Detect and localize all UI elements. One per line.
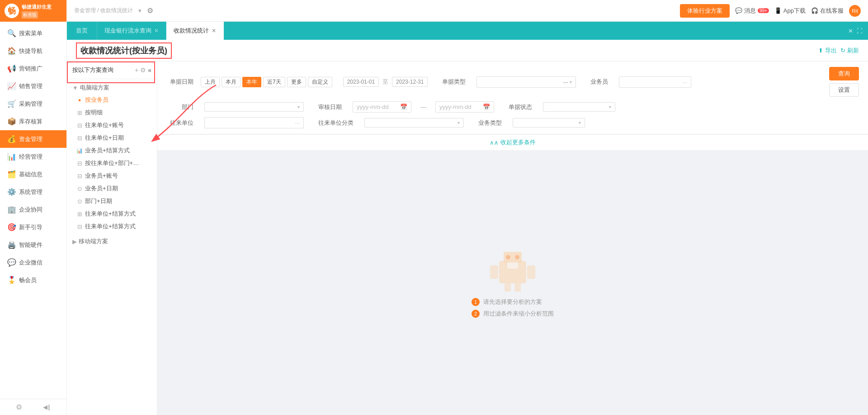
tree-node-dept-date[interactable]: ⊙ 部门+日期 — [71, 195, 157, 208]
sidebar-item-basic[interactable]: 🗂️ 基础信息 — [0, 165, 66, 183]
logo-text: 畅捷通好生意 标准版 — [22, 4, 52, 19]
topbar-app-download[interactable]: 📱 App下载 — [774, 7, 806, 15]
salesman-select-more: ··· — [683, 79, 688, 85]
tree-node-salesman-settle[interactable]: 📊 业务员+结算方式 — [71, 144, 157, 157]
tree-node-by-detail[interactable]: ⊞ 按明细 — [71, 106, 157, 119]
filter-action-buttons: 查询 设置 — [829, 67, 859, 97]
scheme-settings-icon[interactable]: ⚙ — [140, 66, 146, 74]
empty-state-illustration — [486, 247, 540, 292]
sidebar-item-sales[interactable]: 📈 销售管理 — [0, 77, 66, 95]
tree-node-partner-settle2[interactable]: ⊞ 往来单位+结算方式 — [71, 208, 157, 220]
trial-btn[interactable]: 体验行业方案 — [680, 4, 730, 18]
sidebar-item-guide[interactable]: 🎯 新手引导 — [0, 218, 66, 236]
sidebar-item-purchase[interactable]: 🛒 采购管理 — [0, 95, 66, 113]
tree-node-partner-account[interactable]: ⊟ 往来单位+账号 — [71, 119, 157, 132]
date-from[interactable]: 2023-01-01 — [343, 77, 379, 87]
tree-node-by-salesman[interactable]: ● 按业务员 — [71, 94, 157, 106]
tab-receipt-stats-close-icon[interactable]: ✕ — [212, 28, 216, 34]
calendar-to-icon[interactable]: 📅 — [483, 104, 490, 110]
sidebar-item-quick-nav[interactable]: 🏠 快捷导航 — [0, 42, 66, 60]
refresh-btn[interactable]: ↻ 刷新 — [840, 47, 859, 55]
tab-bank-flow[interactable]: 现金银行流水查询 ✕ — [97, 22, 166, 40]
audit-date-from[interactable]: yyyy-mm-dd 📅 — [353, 101, 411, 113]
type-select-chevron: ▾ — [570, 80, 572, 85]
sidebar-item-inventory[interactable]: 📦 库存核算 — [0, 113, 66, 130]
sidebar-item-hardware[interactable]: 🖨️ 智能硬件 — [0, 236, 66, 254]
svg-rect-6 — [490, 265, 498, 279]
sidebar-item-operation[interactable]: 📊 经营管理 — [0, 148, 66, 165]
content-wrapper: 按以下方案查询 + ⚙ « ▼ 电脑端方案 ● 按业 — [67, 61, 868, 415]
tree-node-partner-date[interactable]: ⊟ 往来单位+日期 — [71, 132, 157, 144]
export-icon: ⬆ — [818, 47, 823, 54]
system-icon: ⚙️ — [7, 188, 15, 196]
audit-date-to[interactable]: yyyy-mm-dd 📅 — [435, 101, 494, 113]
type-select-more: ··· — [563, 79, 568, 85]
salesman-select[interactable]: ··· — [619, 76, 691, 88]
tree-parent-mobile-label: 移动端方案 — [79, 237, 108, 245]
tab-receipt-stats[interactable]: 收款情况统计 ✕ — [166, 22, 224, 40]
biz-type-select[interactable]: ▾ — [513, 118, 585, 127]
operation-icon: 📊 — [7, 152, 15, 161]
calendar-from-icon[interactable]: 📅 — [400, 104, 407, 110]
type-select[interactable]: ··· ▾ — [476, 76, 576, 88]
left-panel-actions: + ⚙ « — [135, 66, 151, 74]
sidebar-item-member[interactable]: 🎖️ 畅会员 — [0, 271, 66, 289]
breadcrumb-dropdown-icon[interactable]: ▾ — [138, 7, 142, 14]
panel-collapse-icon[interactable]: « — [148, 66, 151, 74]
status-select[interactable]: ▾ — [543, 102, 615, 112]
tab-bank-flow-close-icon[interactable]: ✕ — [154, 28, 159, 34]
tree-node-salesman-date[interactable]: ⊙ 业务员+日期 — [71, 182, 157, 195]
date-to[interactable]: 2023-12-31 — [392, 77, 428, 87]
close-window-icon[interactable]: ✕ — [848, 28, 853, 34]
add-scheme-btn[interactable]: + — [135, 66, 138, 74]
topbar-message[interactable]: 💬 消息 99+ — [735, 7, 769, 15]
date-btn-7days[interactable]: 近7天 — [263, 77, 285, 87]
sidebar-item-finance[interactable]: 💰 资金管理 — [0, 130, 66, 148]
collapse-icon: ∧∧ — [490, 139, 499, 146]
tree-children-desktop: ● 按业务员 ⊞ 按明细 ⊟ 往来单位+账号 ⊟ — [67, 94, 157, 233]
node-partner-dept-icon: ⊟ — [76, 160, 83, 167]
maximize-window-icon[interactable]: ⛶ — [857, 28, 863, 34]
sidebar-item-marketing[interactable]: 📢 营销推广 — [0, 60, 66, 77]
date-btn-this-month[interactable]: 本月 — [222, 77, 241, 87]
date-btn-last-month[interactable]: 上月 — [201, 77, 220, 87]
node-detail-icon: ⊞ — [76, 109, 83, 116]
tree-toggle-mobile-icon: ▶ — [72, 238, 77, 245]
partner-select[interactable]: ··· — [204, 117, 304, 128]
guide-icon: 🎯 — [7, 223, 15, 231]
tree-node-partner-dept[interactable]: ⊟ 按往来单位+部门+收... — [71, 157, 157, 170]
tree-node-salesman-account[interactable]: ⊟ 业务员+账号 — [71, 170, 157, 182]
tab-home[interactable]: 首页 — [67, 22, 97, 40]
topbar-gear-icon[interactable]: ⚙ — [147, 6, 153, 15]
sidebar-item-search-menu[interactable]: 🔍 搜索菜单 — [0, 24, 66, 42]
date-btn-custom[interactable]: 自定义 — [308, 77, 332, 87]
tree-section: ▼ 电脑端方案 ● 按业务员 ⊞ 按明细 ⊟ — [67, 79, 157, 249]
sidebar-logo: 畅 畅捷通好生意 标准版 — [0, 0, 66, 22]
data-placeholder: 1 请先选择要分析的方案 2 用过滤条件来缩小分析范围 — [472, 247, 554, 318]
data-area: 1 请先选择要分析的方案 2 用过滤条件来缩小分析范围 — [157, 150, 868, 415]
sidebar-settings-btn[interactable]: ⚙ — [16, 403, 22, 411]
query-btn[interactable]: 查询 — [829, 67, 859, 80]
tree-parent-mobile[interactable]: ▶ 移动端方案 — [67, 235, 157, 247]
export-btn[interactable]: ⬆ 导出 — [818, 47, 837, 55]
partner-cat-select[interactable]: ▾ — [364, 118, 464, 127]
sidebar-collapse-btn[interactable]: ◀‖ — [43, 404, 51, 410]
topbar-online-service[interactable]: 🎧 在线客服 — [811, 7, 844, 15]
tree-toggle-icon: ▼ — [72, 85, 78, 91]
date-label: 单据日期 — [166, 78, 193, 86]
dept-select[interactable]: ▾ — [204, 102, 304, 112]
collapse-label: 收起更多条件 — [500, 138, 536, 146]
topbar: 资金管理 / 收款情况统计 ▾ ⚙ 体验行业方案 💬 消息 99+ 📱 App下… — [67, 0, 868, 22]
date-btn-more[interactable]: 更多 — [287, 77, 306, 87]
dept-chevron: ▾ — [297, 104, 300, 109]
sidebar-item-system[interactable]: ⚙️ 系统管理 — [0, 183, 66, 201]
settings-btn[interactable]: 设置 — [829, 83, 859, 97]
date-btn-this-year[interactable]: 本年 — [242, 77, 261, 87]
sidebar-item-wechat[interactable]: 💬 企业微信 — [0, 254, 66, 271]
sidebar-item-corp[interactable]: 🏢 企业协同 — [0, 201, 66, 218]
sidebar-nav: 🔍 搜索菜单 🏠 快捷导航 📢 营销推广 📈 销售管理 🛒 采购管理 📦 库存核… — [0, 22, 66, 399]
topbar-user[interactable]: Rit — [849, 5, 861, 17]
tree-node-partner-settle3[interactable]: ⊟ 往来单位+结算方式 — [71, 220, 157, 233]
tree-parent-desktop[interactable]: ▼ 电脑端方案 — [67, 81, 157, 94]
collapse-bar[interactable]: ∧∧ 收起更多条件 — [157, 134, 868, 150]
